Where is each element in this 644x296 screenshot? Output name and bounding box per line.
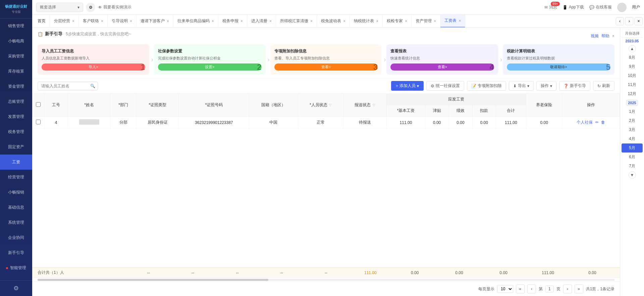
user-avatar[interactable] [617, 3, 627, 12]
sidebar-item-ecommerce[interactable]: 小畅电商 [0, 34, 32, 49]
tab-prev-btn[interactable]: ‹ [616, 17, 624, 25]
prev-page-btn[interactable]: ‹ [527, 285, 536, 293]
month-item-2[interactable]: 2月 [622, 116, 643, 125]
tab-close-icon[interactable]: × [459, 18, 461, 23]
scroll-track[interactable] [38, 279, 614, 281]
tab-close-icon[interactable]: × [405, 19, 407, 24]
tab-close-icon[interactable]: × [269, 19, 272, 24]
tab-close-icon[interactable]: × [343, 19, 345, 24]
tab-close-icon[interactable]: × [72, 19, 74, 24]
tab-clear[interactable]: 进入清册 × [247, 15, 276, 28]
tab-assets[interactable]: 资产管理 × [412, 15, 440, 28]
operate-button[interactable]: 操作 ▾ [536, 81, 556, 91]
help-link[interactable]: 帮助 [601, 33, 609, 39]
month-nav-up[interactable]: ▲ [629, 45, 636, 52]
per-page-select[interactable]: 10 20 50 [497, 285, 513, 293]
app-download-btn[interactable]: 📱 App下载 [562, 4, 584, 10]
op-social-btn[interactable]: 个人社保 [577, 120, 593, 125]
tab-invite[interactable]: 邀请下游客户 × [137, 15, 173, 28]
tab-close-icon[interactable]: × [434, 19, 436, 24]
topbar-settings-btn[interactable]: ⚙ [86, 3, 95, 12]
refresh-button[interactable]: ↻ 刷新 [593, 81, 614, 91]
month-item-9[interactable]: 9月 [622, 62, 643, 71]
tab-close-icon[interactable]: × [167, 19, 169, 24]
search-input[interactable] [41, 84, 88, 88]
social-settings-button[interactable]: ⚙ 统一社保设置 [426, 81, 464, 91]
sidebar-item-newbie[interactable]: 新手引导 [0, 245, 32, 260]
tab-tax-exempt[interactable]: 税免波动表 × [317, 15, 350, 28]
message-btn[interactable]: ✉ 消息 99+ [544, 4, 557, 10]
filter-icon[interactable]: ▽ [329, 103, 332, 107]
sidebar-item-assets[interactable]: 固定资产 [0, 139, 32, 155]
tab-close-icon[interactable]: × [376, 19, 378, 24]
month-item-6[interactable]: 6月 [622, 153, 643, 162]
tab-tax-stats[interactable]: 纳税统计表 × [350, 15, 383, 28]
tab-guide[interactable]: 引导说明 × [108, 15, 137, 28]
sidebar-item-basic[interactable]: 基础信息 [0, 200, 32, 215]
step-2-btn[interactable]: 设置> [158, 64, 262, 71]
add-person-button[interactable]: + 添加人员 ▾ [391, 81, 424, 91]
op-delete-btn[interactable]: 🗑 [601, 120, 605, 125]
year-label[interactable]: 2025 [626, 100, 638, 106]
sidebar-item-inventory[interactable]: 库存核算 [0, 64, 32, 79]
export-button[interactable]: ⬇ 导出 ▾ [509, 81, 534, 91]
month-nav-down[interactable]: ▼ [629, 171, 636, 179]
tab-close-icon[interactable]: × [240, 19, 243, 24]
sidebar-item-smart[interactable]: 智能管理 [0, 260, 32, 276]
tab-partition[interactable]: 分层经营 × [50, 15, 79, 28]
video-link[interactable]: 视频 [591, 33, 599, 39]
tab-goods-code[interactable]: 往来单位商品编码 × [173, 15, 218, 28]
special-deduction-button[interactable]: 📝 专项附加扣除 [467, 81, 506, 91]
month-item-8[interactable]: 8月 [622, 53, 643, 62]
sidebar-item-tax[interactable]: 税务管理 [0, 124, 32, 139]
guide-button[interactable]: ❓ 新手引导 [559, 81, 590, 91]
sidebar-item-operations[interactable]: 经营管理 [0, 170, 32, 185]
next-page-btn[interactable]: › [563, 285, 572, 293]
filter-icon[interactable]: ▽ [373, 103, 375, 107]
month-item-5[interactable]: 5月 [622, 143, 643, 153]
month-item-3[interactable]: 3月 [622, 125, 643, 134]
sidebar-item-purchase[interactable]: 采购管理 [0, 49, 32, 64]
last-page-btn[interactable]: » [575, 285, 583, 293]
guide-close-icon[interactable]: × [612, 34, 614, 38]
tab-next-btn[interactable]: › [625, 17, 633, 25]
sidebar-item-invoice[interactable]: 发票管理 [0, 109, 32, 124]
month-item-11[interactable]: 11月 [622, 80, 643, 89]
account-selector[interactable]: 账套选择 ▾ [36, 3, 83, 12]
step-3-btn[interactable]: 查看> [274, 64, 378, 71]
tab-close-icon[interactable]: × [212, 19, 214, 24]
tab-tax-report[interactable]: 税务申报 × [218, 15, 247, 28]
step-5-btn[interactable]: 敬请期待> [507, 64, 610, 71]
settings-icon[interactable]: ⚙ [1, 285, 31, 292]
tab-home[interactable]: 首页 [34, 15, 50, 28]
step-1-btn[interactable]: 导入> [42, 64, 145, 71]
search-box[interactable]: 🔍 [38, 82, 98, 90]
month-item-4[interactable]: 4月 [622, 134, 643, 143]
scroll-thumb[interactable] [38, 279, 268, 281]
sidebar-item-marketing[interactable]: 小畅报销 [0, 185, 32, 200]
step-4-btn[interactable]: 查看> [390, 64, 494, 71]
tab-close-icon[interactable]: × [130, 19, 132, 24]
sidebar-item-finance[interactable]: 资金管理 [0, 79, 32, 94]
month-item-10[interactable]: 10月 [622, 71, 643, 80]
tab-wages[interactable]: 工资表 × [440, 15, 465, 28]
tab-close-all-btn[interactable]: × [635, 17, 643, 25]
sidebar-item-system[interactable]: 系统管理 [0, 215, 32, 230]
sidebar-item-wages[interactable]: 工资 [0, 155, 32, 170]
demo-link[interactable]: 👁 我要看实例演示 [98, 4, 131, 10]
sidebar-item-partner[interactable]: 企业协同 [0, 230, 32, 245]
tab-close-icon[interactable]: × [101, 19, 103, 24]
select-all-checkbox[interactable] [36, 102, 41, 107]
tab-close-icon[interactable]: × [310, 19, 313, 24]
first-page-btn[interactable]: « [516, 285, 525, 293]
month-item-7[interactable]: 7月 [622, 162, 643, 171]
op-edit-btn[interactable]: ✏ [595, 120, 599, 125]
row-checkbox[interactable] [36, 120, 41, 124]
sidebar-item-sales[interactable]: 销售管理 [0, 18, 32, 34]
month-item-12[interactable]: 12月 [622, 89, 643, 98]
tab-customer[interactable]: 客户联络 × [79, 15, 108, 28]
sidebar-item-general-ledger[interactable]: 总账管理 [0, 94, 32, 109]
search-icon[interactable]: 🔍 [90, 84, 95, 88]
month-item-1[interactable]: 1月 [622, 107, 643, 116]
tab-tax-calc[interactable]: 所得税汇算清缴 × [276, 15, 317, 28]
